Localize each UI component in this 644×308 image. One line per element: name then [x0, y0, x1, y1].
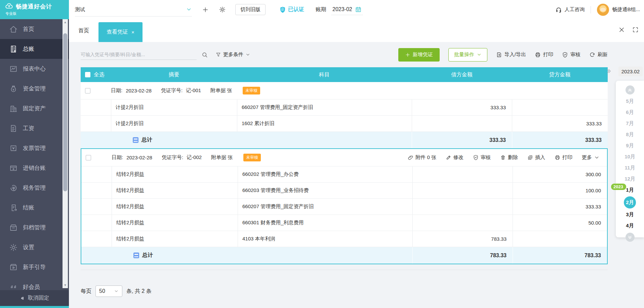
table-row[interactable]: 结转2月损益 660207 管理费用_固定资产折旧 333.33 [81, 199, 607, 215]
month-item[interactable]: 12月 [620, 174, 640, 185]
ledger-icon [9, 45, 18, 53]
sidebar-item-purchase-sales[interactable]: 进销台账 [0, 158, 69, 178]
paperclip-icon [408, 155, 413, 160]
table-row[interactable]: 结转2月损益 660202 管理费用_办公费 300.00 [81, 166, 607, 183]
edit-button[interactable]: 修改 [446, 154, 464, 161]
sidebar-item-label: 固定资产 [23, 105, 46, 112]
sidebar-scrollbar[interactable]: ▲ ▼ [63, 19, 68, 288]
tab-close-icon[interactable]: × [131, 29, 134, 35]
sidebar-item-settings[interactable]: 设置 [0, 237, 69, 257]
switch-old-version-button[interactable]: 切到旧版 [235, 4, 266, 15]
audit-button[interactable]: 审核 [562, 51, 580, 58]
scroll-months-down-button[interactable] [626, 233, 635, 242]
add-voucher-label: 新增凭证 [413, 51, 433, 58]
table-row[interactable]: 结转2月损益 660203 管理费用_业务招待费 100.00 [81, 183, 607, 199]
add-button[interactable] [202, 5, 209, 15]
app-logo[interactable]: 畅捷通好会计 专业版 [0, 0, 69, 19]
sidebar-item-closing[interactable]: 结账 [0, 198, 69, 218]
period-picker[interactable]: 2023-02 [331, 4, 363, 15]
cell-account: 1602 累计折旧 [237, 116, 412, 131]
tab-home[interactable]: 首页 [69, 19, 98, 42]
close-icon[interactable] [618, 27, 625, 33]
sidebar-item-label: 首页 [23, 25, 34, 33]
scroll-down-arrow[interactable]: ▼ [63, 283, 68, 287]
month-item-selected[interactable]: 2月 [624, 196, 636, 208]
month-item[interactable]: 8月 [620, 129, 640, 140]
sidebar-item-salary[interactable]: 工资 [0, 118, 69, 138]
trash-icon [500, 155, 506, 160]
print-button[interactable]: 打印 [535, 51, 553, 58]
tab-view-voucher[interactable]: 查看凭证 × [98, 22, 143, 42]
scroll-up-arrow[interactable]: ▲ [63, 21, 68, 24]
sidebar-item-invoice[interactable]: 发票管理 [0, 138, 69, 158]
certified-char: 企 [279, 7, 286, 12]
month-item[interactable]: 3月 [620, 209, 640, 220]
import-export-label: 导入/导出 [505, 51, 526, 58]
sidebar-item-funds[interactable]: 资金管理 [0, 79, 69, 99]
total-debit: 783.33 [412, 247, 513, 264]
voucher-checkbox[interactable] [86, 155, 91, 160]
search-icon[interactable] [201, 51, 208, 58]
account-switcher[interactable]: 测试 [75, 3, 192, 16]
settings-gear-button[interactable] [219, 5, 226, 15]
avatar[interactable] [597, 4, 609, 16]
sidebar-item-label: 发票管理 [23, 144, 46, 152]
add-voucher-button[interactable]: 新增凭证 [398, 48, 440, 62]
sidebar-item-label: 资金管理 [23, 85, 46, 92]
import-export-button[interactable]: 导入/导出 [496, 51, 526, 58]
cell-credit [513, 231, 607, 247]
voucher-checkbox[interactable] [85, 88, 90, 93]
sidebar-item-tax[interactable]: 税务管理 [0, 178, 69, 198]
total-calc-icon [133, 253, 139, 258]
search-input[interactable] [81, 50, 197, 60]
more-filters-button[interactable]: 更多条件 [215, 51, 250, 58]
voucher-no: 记-001 [186, 87, 201, 94]
month-item[interactable]: 4月 [620, 220, 640, 231]
month-item[interactable]: 11月 [620, 162, 640, 174]
cell-credit: 333.33 [512, 116, 608, 131]
current-period-tag: 2023.02 [618, 67, 643, 76]
total-label: 总计 [142, 137, 152, 144]
column-header-summary: 摘要 [111, 71, 237, 78]
cell-summary: 计提2月折旧 [111, 116, 237, 131]
sidebar-item-fixed-assets[interactable]: 固定资产 [0, 99, 69, 118]
month-item[interactable]: 9月 [620, 140, 640, 151]
sidebar-item-archive[interactable]: 归档管理 [0, 218, 69, 237]
month-item[interactable]: 6月 [620, 107, 640, 118]
cell-account: 660203 管理费用_业务招待费 [238, 183, 412, 198]
table-row[interactable]: 计提2月折旧 1602 累计折旧 333.33 [81, 116, 608, 132]
month-item[interactable]: 7月 [620, 118, 640, 129]
per-page-select[interactable]: 50 [95, 285, 122, 297]
attachment-button[interactable]: 附件 0 张 [408, 154, 436, 161]
more-button[interactable]: 更多 [582, 154, 600, 161]
user-name[interactable]: 畅捷通B组... [612, 6, 640, 13]
print-row-button[interactable]: 打印 [555, 154, 572, 161]
sidebar-item-home[interactable]: 首页 [0, 19, 69, 39]
fullscreen-icon[interactable] [632, 27, 639, 33]
refresh-button[interactable]: 刷新 [589, 51, 608, 58]
table-row[interactable]: 结转2月损益 660301 财务费用_利息费用 50.00 [81, 215, 607, 231]
support-button[interactable]: 人工咨询 [555, 6, 585, 13]
delete-button[interactable]: 删除 [500, 154, 518, 161]
month-item[interactable]: 10月 [620, 151, 640, 162]
table-row[interactable]: 结转2月损益 4103 本年利润 783.33 [81, 231, 607, 247]
funnel-icon [215, 52, 221, 57]
sidebar-item-report-center[interactable]: 报表中心 [0, 59, 69, 79]
collapse-panel-icon[interactable] [606, 68, 612, 74]
select-all-checkbox[interactable] [85, 72, 90, 77]
footer-separator [81, 270, 608, 270]
insert-button[interactable]: 插入 [527, 154, 545, 161]
batch-actions-button[interactable]: 批量操作 [448, 48, 487, 62]
scrollbar-thumb[interactable] [63, 33, 67, 191]
voucher-card-1: 日期:2023-02-28 凭证字号:记-001 附单据 张 未审核 计提2月折… [81, 82, 608, 148]
unpin-sidebar-button[interactable]: 取消固定 [0, 290, 69, 306]
insert-icon [527, 155, 533, 160]
sidebar-item-general-ledger[interactable]: 总账 [0, 39, 69, 59]
audit-row-button[interactable]: 审核 [473, 154, 491, 161]
voucher-header: 日期:2023-02-28 凭证字号:记-002 附单据 张 未审核 附件 0 … [81, 149, 607, 166]
table-row[interactable]: 计提2月折旧 660207 管理费用_固定资产折旧 333.33 [81, 100, 608, 116]
month-item[interactable]: 5月 [620, 96, 640, 107]
chevron-down-icon [186, 6, 192, 12]
sidebar-item-beginner-guide[interactable]: 新手引导 [0, 257, 69, 277]
scroll-months-up-button[interactable] [626, 85, 635, 94]
